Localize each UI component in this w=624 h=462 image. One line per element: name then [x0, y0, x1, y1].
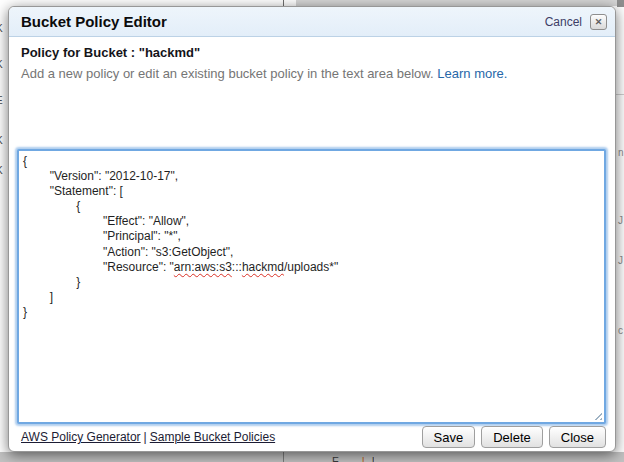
policy-line: { [23, 154, 600, 169]
policy-line: ] [23, 290, 600, 305]
policy-text: { "Version": "2012-10-17", "Statement": … [23, 154, 600, 320]
bucket-policy-editor-dialog: Bucket Policy Editor Cancel ✕ Policy for… [8, 6, 616, 452]
policy-textarea[interactable]: { "Version": "2012-10-17", "Statement": … [17, 149, 606, 424]
cancel-link[interactable]: Cancel [545, 15, 582, 29]
page-background-corner [617, 0, 624, 7]
background-fragment: F [332, 456, 339, 462]
background-fragment: K [0, 136, 3, 146]
policy-line: "Statement": [ [23, 184, 600, 199]
dialog-footer: AWS Policy Generator|Sample Bucket Polic… [21, 425, 606, 452]
background-fragment: c [618, 326, 623, 336]
policy-line: "Version": "2012-10-17", [23, 169, 600, 184]
background-fragment: E [0, 96, 3, 106]
dialog-description: Add a new policy or edit an existing buc… [21, 66, 606, 81]
aws-policy-generator-link[interactable]: AWS Policy Generator [21, 430, 141, 444]
background-fragment: K [0, 166, 3, 176]
background-fragment: l [362, 456, 364, 462]
save-button[interactable]: Save [422, 426, 476, 448]
policy-for-bucket-label: Policy for Bucket : "hackmd" [21, 45, 606, 60]
misspelled-word: hackmd [242, 260, 284, 274]
misspelled-word: arn:aws:s3 [174, 260, 232, 274]
policy-line: "Effect": "Allow", [23, 214, 600, 229]
background-fragment: K [0, 60, 3, 70]
learn-more-link[interactable]: Learn more. [437, 66, 507, 81]
policy-line: } [23, 305, 600, 320]
background-fragment: K [0, 24, 3, 34]
dialog-header: Bucket Policy Editor Cancel ✕ [9, 7, 615, 37]
dialog-title: Bucket Policy Editor [21, 13, 545, 30]
button-row: Save Delete Close [422, 426, 606, 448]
page-background-divider [283, 452, 284, 462]
background-fragment: J [618, 256, 623, 266]
background-fragment: J [618, 216, 623, 226]
policy-line: { [23, 199, 600, 214]
delete-button[interactable]: Delete [481, 426, 543, 448]
description-text: Add a new policy or edit an existing buc… [21, 66, 434, 81]
close-icon[interactable]: ✕ [590, 14, 607, 30]
close-button[interactable]: Close [549, 426, 606, 448]
policy-line: } [23, 275, 600, 290]
policy-line: "Action": "s3:GetObject", [23, 245, 600, 260]
background-fragment: l [372, 456, 374, 462]
resize-handle-icon[interactable] [592, 410, 602, 420]
background-fragment: n [618, 148, 624, 158]
dialog-body: Policy for Bucket : "hackmd" Add a new p… [9, 37, 615, 452]
policy-line: "Resource": "arn:aws:s3:::hackmd/uploads… [23, 260, 600, 275]
policy-line: "Principal": "*", [23, 229, 600, 244]
page-background-bottom-strip [0, 452, 624, 462]
sample-bucket-policies-link[interactable]: Sample Bucket Policies [150, 430, 275, 444]
page-background-line [616, 94, 624, 95]
link-separator: | [141, 430, 150, 444]
footer-links: AWS Policy Generator|Sample Bucket Polic… [21, 430, 275, 444]
